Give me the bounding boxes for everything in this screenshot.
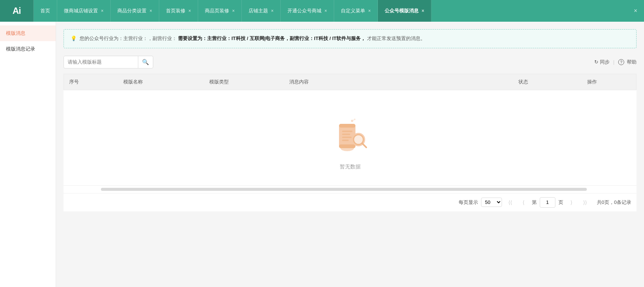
nav-tab-close-shop-settings[interactable]: × bbox=[101, 8, 104, 13]
sidebar-item-template-msg[interactable]: 模版消息 bbox=[0, 25, 56, 41]
horizontal-scrollbar[interactable] bbox=[101, 188, 587, 191]
nav-tab-homepage-decoration[interactable]: 首页装修× bbox=[159, 0, 198, 22]
col-header-action: 操作 bbox=[582, 74, 637, 90]
svg-point-12 bbox=[351, 120, 353, 122]
nav-tabs: 首页微商城店铺设置×商品分类设置×首页装修×商品页装修×店铺主题×开通公众号商城… bbox=[34, 0, 627, 22]
nav-tab-close-category-settings[interactable]: × bbox=[150, 8, 152, 13]
help-icon: ? bbox=[618, 59, 624, 65]
page-size-label: 每页显示 bbox=[459, 199, 478, 206]
nav-tab-home[interactable]: 首页 bbox=[34, 0, 57, 22]
notice-icon: 💡 bbox=[71, 36, 77, 41]
close-all-button[interactable]: × bbox=[627, 7, 644, 14]
top-nav: Ai 首页微商城店铺设置×商品分类设置×首页装修×商品页装修×店铺主题×开通公众… bbox=[0, 0, 644, 22]
page-label: 页 bbox=[558, 199, 563, 206]
first-page-button[interactable]: ⟨⟨ bbox=[505, 197, 515, 208]
empty-state: 暂无数据 bbox=[64, 90, 637, 185]
col-header-status: 状态 bbox=[513, 74, 582, 90]
data-table: 序号模版名称模版类型消息内容状态操作 bbox=[64, 74, 637, 90]
col-header-type: 模版类型 bbox=[204, 74, 284, 90]
svg-line-14 bbox=[353, 119, 354, 121]
nav-tab-label-shop-theme: 店铺主题 bbox=[249, 7, 268, 14]
nav-tab-open-wechat-shop[interactable]: 开通公众号商城× bbox=[281, 0, 334, 22]
page-label-prefix: 第 bbox=[532, 199, 537, 206]
col-header-index: 序号 bbox=[64, 74, 118, 90]
svg-rect-5 bbox=[342, 134, 350, 135]
svg-rect-2 bbox=[339, 124, 355, 128]
nav-tab-label-category-settings: 商品分类设置 bbox=[117, 7, 147, 14]
sidebar-items: 模版消息模版消息记录 bbox=[0, 25, 56, 57]
nav-tab-close-open-wechat-shop[interactable]: × bbox=[324, 8, 327, 13]
last-page-button[interactable]: ⟩⟩ bbox=[580, 197, 590, 208]
scroll-bar-row bbox=[64, 185, 637, 193]
help-label: 帮助 bbox=[627, 59, 637, 65]
svg-rect-7 bbox=[342, 140, 349, 141]
toolbar-right: ↻ 同步 | ? 帮助 bbox=[594, 59, 637, 65]
nav-tab-label-template-message: 公众号模版消息 bbox=[385, 7, 419, 14]
nav-tab-label-homepage-decoration: 首页装修 bbox=[166, 7, 185, 14]
col-header-content: 消息内容 bbox=[284, 74, 513, 90]
pagination-row: 每页显示 50 10 20 100 ⟨⟨ ⟨ 第 页 ⟩ ⟩⟩ 共0页，0条记录 bbox=[64, 193, 637, 211]
empty-text: 暂无数据 bbox=[340, 164, 361, 170]
nav-tab-label-shop-settings: 微商城店铺设置 bbox=[64, 7, 98, 14]
search-button[interactable]: 🔍 bbox=[138, 56, 153, 68]
logo-text: Ai bbox=[13, 6, 21, 16]
table-header: 序号模版名称模版类型消息内容状态操作 bbox=[64, 74, 637, 90]
total-info: 共0页，0条记录 bbox=[597, 199, 631, 206]
sync-label: 同步 bbox=[600, 59, 610, 65]
nav-tab-custom-menu[interactable]: 自定义菜单× bbox=[334, 0, 378, 22]
notice-highlight: 需要设置为：主营行业：IT科技 / 互联网|电子商务，副营行业：IT科技 / I… bbox=[178, 36, 366, 41]
page-size-select[interactable]: 50 10 20 100 bbox=[481, 198, 502, 207]
svg-rect-6 bbox=[342, 137, 352, 138]
nav-tab-label-custom-menu: 自定义菜单 bbox=[341, 7, 365, 14]
prev-page-button[interactable]: ⟨ bbox=[518, 197, 529, 208]
nav-tab-close-template-message[interactable]: × bbox=[422, 8, 424, 13]
svg-rect-4 bbox=[342, 131, 352, 132]
svg-rect-3 bbox=[339, 144, 355, 148]
search-input[interactable] bbox=[64, 57, 138, 67]
sync-button[interactable]: ↻ 同步 bbox=[594, 59, 610, 65]
page-number-input[interactable] bbox=[540, 197, 555, 208]
nav-tab-label-product-page-decoration: 商品页装修 bbox=[205, 7, 229, 14]
sidebar: 模版消息模版消息记录 bbox=[0, 22, 56, 287]
sidebar-item-template-msg-record[interactable]: 模版消息记录 bbox=[0, 41, 56, 57]
toolbar-divider: | bbox=[613, 59, 614, 65]
table-header-row: 序号模版名称模版类型消息内容状态操作 bbox=[64, 74, 637, 90]
help-button[interactable]: ? 帮助 bbox=[618, 59, 637, 65]
logo: Ai bbox=[0, 0, 34, 22]
nav-tab-shop-settings[interactable]: 微商城店铺设置× bbox=[57, 0, 111, 22]
nav-tab-label-open-wechat-shop: 开通公众号商城 bbox=[287, 7, 321, 14]
nav-tab-shop-theme[interactable]: 店铺主题× bbox=[242, 0, 281, 22]
svg-line-11 bbox=[362, 143, 366, 147]
svg-point-13 bbox=[354, 119, 355, 120]
nav-tab-product-page-decoration[interactable]: 商品页装修× bbox=[198, 0, 242, 22]
search-row: 🔍 ↻ 同步 | ? 帮助 bbox=[64, 56, 637, 68]
search-input-wrap: 🔍 bbox=[64, 56, 153, 68]
main-content: 💡 您的公众号行业为：主营行业：，副营行业： 需要设置为：主营行业：IT科技 /… bbox=[56, 22, 644, 287]
nav-tab-close-product-page-decoration[interactable]: × bbox=[232, 8, 235, 13]
notice-box: 💡 您的公众号行业为：主营行业：，副营行业： 需要设置为：主营行业：IT科技 /… bbox=[64, 29, 637, 48]
col-header-name: 模版名称 bbox=[118, 74, 204, 90]
next-page-button[interactable]: ⟩ bbox=[566, 197, 577, 208]
body-layout: 模版消息模版消息记录 💡 您的公众号行业为：主营行业：，副营行业： 需要设置为：… bbox=[0, 22, 644, 287]
empty-illustration bbox=[328, 113, 373, 158]
nav-tab-close-custom-menu[interactable]: × bbox=[368, 8, 371, 13]
sync-icon: ↻ bbox=[594, 59, 598, 65]
table-wrapper: 序号模版名称模版类型消息内容状态操作 bbox=[64, 74, 637, 185]
nav-tab-label-home: 首页 bbox=[40, 7, 50, 14]
nav-tab-close-shop-theme[interactable]: × bbox=[271, 8, 274, 13]
nav-tab-close-homepage-decoration[interactable]: × bbox=[188, 8, 191, 13]
notice-prefix: 您的公众号行业为：主营行业：，副营行业： bbox=[80, 36, 177, 41]
nav-tab-category-settings[interactable]: 商品分类设置× bbox=[111, 0, 159, 22]
notice-suffix: 才能正常发送预置的消息。 bbox=[367, 36, 425, 41]
nav-tab-template-message[interactable]: 公众号模版消息× bbox=[378, 0, 431, 22]
